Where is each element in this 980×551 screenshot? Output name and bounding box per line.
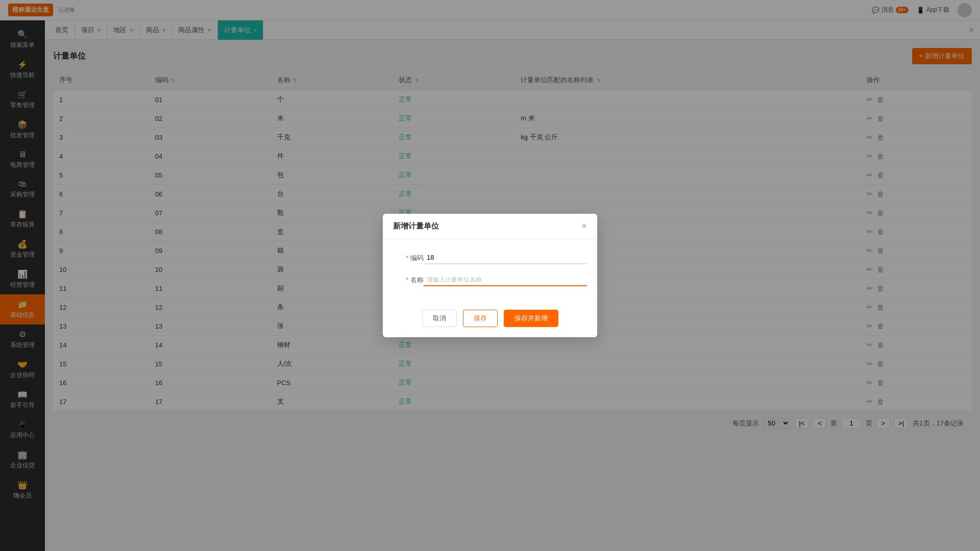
save-button[interactable]: 保存 xyxy=(463,310,498,327)
name-label: * 名称 xyxy=(393,276,424,285)
modal-overlay[interactable]: 新增计量单位 × * 编码 * 名称 取消 保存 保存并新增 xyxy=(0,0,980,551)
code-input[interactable] xyxy=(424,252,587,264)
form-row-name: * 名称 xyxy=(393,273,587,286)
code-label: * 编码 xyxy=(393,254,424,263)
modal-close-button[interactable]: × xyxy=(581,221,587,232)
add-unit-modal: 新增计量单位 × * 编码 * 名称 取消 保存 保存并新增 xyxy=(383,214,597,337)
modal-title: 新增计量单位 xyxy=(393,221,439,231)
modal-footer: 取消 保存 保存并新增 xyxy=(383,304,597,337)
name-input[interactable] xyxy=(424,273,587,286)
modal-body: * 编码 * 名称 xyxy=(383,239,597,304)
modal-header: 新增计量单位 × xyxy=(383,214,597,239)
save-and-new-button[interactable]: 保存并新增 xyxy=(504,310,558,327)
cancel-button[interactable]: 取消 xyxy=(422,310,457,327)
form-row-code: * 编码 xyxy=(393,252,587,264)
